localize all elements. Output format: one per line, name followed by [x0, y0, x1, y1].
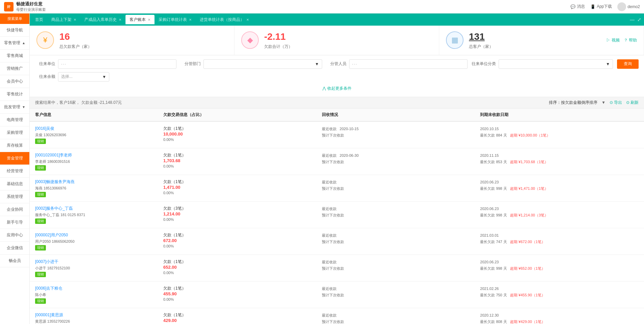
tab-inventory-stat[interactable]: 进货单统计表（按商品） ✕ — [196, 15, 253, 24]
help-btn[interactable]: ？ 帮助 — [624, 37, 637, 43]
overdue-link[interactable]: 超期 ¥1,214.00（3笔） — [510, 213, 548, 217]
debt-amount[interactable]: 672.00 — [163, 238, 322, 243]
tab-products[interactable]: 商品上下架 ✕ — [47, 15, 80, 24]
customer-contact: 吴俊 13026203696 — [35, 132, 163, 138]
customer-name-link[interactable]: [0016]吴俊 — [35, 126, 54, 131]
tab-maximize-btn[interactable]: ⤢ — [637, 17, 641, 22]
overdue-link[interactable]: 超期 ¥455.90（1笔） — [510, 293, 545, 297]
tab-minimize-btn[interactable]: — — [630, 17, 635, 22]
tab-home[interactable]: 首页 — [31, 15, 47, 24]
source-unit-input[interactable]: ··· — [58, 59, 176, 69]
debt-info: 欠款（1笔） 455.90 0.00% — [163, 286, 322, 301]
overdue-link[interactable]: 超期 ¥1,703.68（1笔） — [510, 160, 548, 164]
sidebar-item-enterprise-collab[interactable]: 企业协同 — [0, 203, 29, 216]
overdue-link[interactable]: 超期 ¥429.00（1笔） — [510, 320, 545, 324]
sidebar-item-basic[interactable]: 基础信息 — [0, 178, 29, 190]
customer-tag: 现销 — [35, 245, 46, 251]
query-button[interactable]: 查询 — [617, 59, 639, 69]
sidebar-item-guide[interactable]: 新手引导 — [0, 216, 29, 229]
remaining-select[interactable]: 选择... ▼ — [58, 72, 109, 82]
unit-category-select[interactable]: ▼ — [499, 59, 613, 69]
app-container: 搜索菜单 快捷导航 零售管理 ▲ 零售商城 营销推广 会员中心 零售统计 批发管… — [0, 13, 644, 324]
export-btn[interactable]: ⊙ 导出 — [610, 100, 622, 106]
debt-amount[interactable]: 429.00 — [163, 318, 322, 323]
sidebar-item-retail-stat[interactable]: 零售统计 — [0, 88, 29, 101]
sidebar-item-search[interactable]: 搜索菜单 — [0, 13, 29, 24]
message-btn[interactable]: 💬 消息 — [570, 4, 585, 9]
filter-remaining: 往来余额 选择... ▼ — [35, 72, 109, 82]
payback-info: 最近收款 预计下次收款 — [322, 286, 480, 299]
customer-info: [0002]服务中心_丁磊 服务中心_丁磊 181 0125 8371 现销 — [35, 206, 163, 224]
debt-amount[interactable]: 1,703.68 — [163, 158, 322, 163]
sidebar: 搜索菜单 快捷导航 零售管理 ▲ 零售商城 营销推广 会员中心 零售统计 批发管… — [0, 13, 30, 324]
sidebar-item-ops[interactable]: 经营管理 — [0, 165, 29, 178]
customer-name-link[interactable]: [0006]去下粮仓 — [35, 286, 62, 291]
sidebar-item-quick-nav[interactable]: 快捷导航 — [0, 24, 29, 37]
debt-amount[interactable]: 455.90 — [163, 291, 322, 296]
tab-close-production[interactable]: ✕ — [119, 18, 121, 22]
dept-select[interactable]: ▼ — [203, 59, 322, 69]
tab-purchase-order[interactable]: 采购订单统计表 ✕ — [155, 15, 196, 24]
debt-info: 欠款（1笔） 652.00 0.00% — [163, 259, 322, 275]
overdue-link[interactable]: 超期 ¥652.00（1笔） — [510, 266, 545, 270]
sidebar-item-member[interactable]: 会员中心 — [0, 75, 29, 88]
person-input[interactable]: ··· — [349, 59, 468, 69]
overdue-link[interactable]: 超期 ¥10,000.00（1笔） — [510, 133, 550, 137]
customer-info: [0006]去下粮仓 陈小希 现销 — [35, 286, 163, 304]
debt-amount[interactable]: 1,214.00 — [163, 211, 322, 216]
sort-label: 排序：按欠款金额倒序排序 — [549, 100, 597, 106]
collapse-button[interactable]: ⋀ 收起更多条件 — [35, 84, 639, 93]
tab-close-inventory-stat[interactable]: ✕ — [246, 18, 249, 22]
tab-close-customer-account[interactable]: ✕ — [148, 18, 150, 22]
overdue-link[interactable]: 超期 ¥1,471.00（1笔） — [510, 186, 548, 190]
debt-amount[interactable]: 652.00 — [163, 265, 322, 270]
tab-close-purchase-order[interactable]: ✕ — [189, 18, 192, 22]
overdue-link[interactable]: 超期 ¥672.00（1笔） — [510, 240, 545, 244]
user-avatar[interactable]: demo2 — [617, 2, 640, 11]
table-row: [0001020001]李老师 李老师 18600391516 现销 欠款（1笔… — [30, 148, 644, 175]
customer-name-link[interactable]: [0001020001]李老师 — [35, 153, 72, 157]
filter-person: 分管人员 ··· — [326, 59, 468, 69]
debt-amount[interactable]: 10,000.00 — [163, 131, 322, 137]
sidebar-item-retail-mgmt[interactable]: 零售管理 ▲ — [0, 37, 29, 50]
sidebar-item-finance[interactable]: 资金管理 — [0, 152, 29, 165]
overdue-info: 2020.06.23 最长欠款 998 天 超期 ¥1,214.00（3笔） — [480, 206, 639, 219]
sidebar-item-purchase[interactable]: 采购管理 — [0, 126, 29, 139]
sidebar-item-marketing[interactable]: 营销推广 — [0, 62, 29, 75]
sidebar-item-retail-mall[interactable]: 零售商城 — [0, 50, 29, 62]
customer-name-link[interactable]: [0007]小进干 — [35, 259, 58, 264]
sidebar-item-system[interactable]: 系统管理 — [0, 190, 29, 203]
sidebar-item-member-plus[interactable]: 畅会员 — [0, 255, 29, 267]
sidebar-item-ecommerce[interactable]: 电商管理 — [0, 114, 29, 126]
customer-name-link[interactable]: [000002]用户2050 — [35, 233, 68, 237]
customer-name-link[interactable]: [000001]黄思源 — [35, 313, 63, 317]
debt-amount[interactable]: 1,471.00 — [163, 185, 322, 190]
view-btn[interactable]: ▷ 视频 — [606, 37, 619, 43]
download-btn[interactable]: 📱 App下载 — [590, 4, 612, 9]
main-content: 首页 商品上下架 ✕ 产成品入库单历史 ✕ 客户账本 ✕ 采购订单统计表 ✕ 进… — [30, 13, 644, 324]
stat-info-1: 16 总欠款客户（家） — [59, 31, 227, 50]
payback-info: 最近收款 预计下次收款 — [322, 206, 480, 219]
overdue-info: 2020.12.30 最长欠款 808 天 超期 ¥429.00（1笔） — [480, 312, 639, 324]
tab-bar-actions: — ⤢ — [630, 17, 643, 22]
customer-name-link[interactable]: [0002]服务中心_丁磊 — [35, 206, 73, 211]
stat-info-2: -2.11 欠款合计（万） — [264, 31, 432, 50]
tab-customer-account[interactable]: 客户账本 ✕ — [125, 15, 155, 24]
col-customer: 客户信息 — [35, 112, 163, 118]
sidebar-item-app-center[interactable]: 应用中心 — [0, 229, 29, 242]
source-unit-label: 往来单位 — [35, 61, 55, 67]
customer-name-link[interactable]: [0003]畅捷服务尹海燕 — [35, 179, 75, 184]
customer-info: [0007]小进干 小进干 18279152100 现销 — [35, 259, 163, 277]
customer-tag: 现销 — [35, 272, 46, 277]
sidebar-item-batch-mgmt[interactable]: 批发管理 ▼ — [0, 101, 29, 114]
debt-info: 欠款（1笔） 1,471.00 0.00% — [163, 179, 322, 195]
refresh-btn[interactable]: ⊙ 刷新 — [626, 100, 639, 106]
chevron-down-icon: ▲ — [22, 41, 25, 45]
tab-production[interactable]: 产成品入库单历史 ✕ — [80, 15, 125, 24]
sidebar-item-inventory[interactable]: 库存核算 — [0, 139, 29, 152]
table-header: 客户信息 欠款交易信息（占比） 回收情况 到期未收款日期 — [30, 109, 644, 122]
unit-category-label: 往来单位分类 — [472, 61, 496, 67]
sidebar-item-enterprise-wechat[interactable]: 企业微信 — [0, 242, 29, 255]
filter-unit-category: 往来单位分类 ▼ — [472, 59, 613, 69]
tab-close-products[interactable]: ✕ — [74, 18, 76, 22]
